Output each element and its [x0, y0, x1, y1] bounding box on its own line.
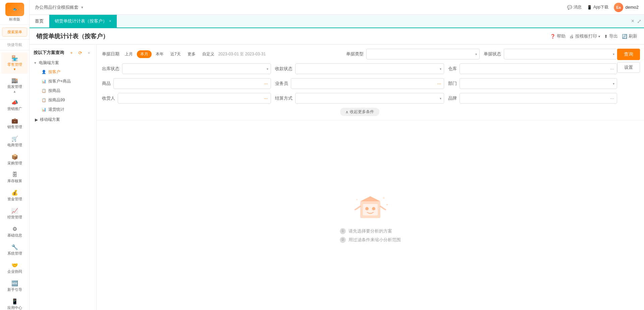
tab-active[interactable]: 销货单统计计表（按客户） × — [49, 15, 117, 28]
sidebar-item-ecommerce[interactable]: 🛒 电商管理 — [1, 133, 28, 150]
date-btn-this-month[interactable]: 本月 — [137, 50, 152, 58]
message-icon: 💬 — [567, 5, 572, 10]
logo-image: 🐟 — [5, 3, 24, 16]
print-button[interactable]: 🖨 按模板打印 ▾ — [570, 33, 600, 39]
salesman-input-wrapper[interactable]: ··· — [291, 78, 444, 89]
tab-close-button[interactable]: × — [109, 19, 111, 23]
sidebar-item-sales[interactable]: 💼 销售管理 — [1, 115, 28, 132]
guide-icon: 🆕 — [3, 280, 26, 287]
system-icon: 🔧 — [3, 244, 26, 250]
collapse-icon: ∧ — [345, 110, 348, 114]
scheme-item-product[interactable]: 📋 按商品 — [34, 86, 95, 95]
scheme-item-product-label: 按商品 — [48, 88, 60, 94]
doc-type-select[interactable] — [366, 49, 480, 59]
scheme-mobile-group: ▶ 移动端方案 — [30, 115, 96, 124]
date-btn-more[interactable]: 更多 — [185, 50, 198, 58]
user-section[interactable]: Ea demo2 — [614, 3, 639, 12]
sidebar-item-operations[interactable]: 📈 经营管理 — [1, 205, 28, 222]
pay-status-select[interactable] — [295, 63, 444, 74]
product-input-wrapper[interactable]: ··· — [113, 78, 271, 89]
export-icon: ⬆ — [604, 34, 608, 39]
receiver-label: 收货人 — [102, 95, 115, 101]
appcenter-label: 应用中心 — [3, 305, 26, 310]
scheme-add-button[interactable]: + — [68, 49, 75, 56]
scheme-item-return-label: 退货统计 — [48, 107, 64, 112]
warehouse-input-wrapper[interactable]: ··· — [460, 63, 617, 74]
refresh-button[interactable]: 🔄 刷新 — [622, 33, 637, 39]
date-filter-label: 单据日期 — [102, 51, 119, 57]
refresh-label: 刷新 — [629, 33, 637, 39]
mobile-icon: 📱 — [587, 5, 592, 10]
doc-type-select-wrapper: ▾ — [366, 49, 480, 59]
logo-text: 标准版 — [2, 17, 27, 22]
doc-status-select[interactable] — [504, 49, 617, 59]
header-dropdown-icon[interactable]: ▾ — [81, 5, 83, 10]
tab-bar: 首页 销货单统计计表（按客户） × × ⤢ — [30, 15, 644, 28]
sidebar-item-inventory[interactable]: 🗄 库存核算 — [1, 169, 28, 186]
scheme-mobile-group-header[interactable]: ▶ 移动端方案 — [30, 115, 96, 124]
help-button[interactable]: ❓ 帮助 — [550, 33, 566, 39]
filter-department: 部门 ▾ — [448, 78, 617, 89]
date-btn-last-month[interactable]: 上月 — [122, 50, 136, 58]
header-right: 💬 消息 📱 App下载 Ea demo2 — [567, 3, 639, 12]
empty-illustration — [350, 188, 390, 221]
date-range-display: 2023-03-01 至 2023-03-31 — [218, 51, 266, 57]
marketing-icon: 📣 — [3, 99, 26, 106]
scheme-item-customer-product[interactable]: 📊 按客户+商品 — [34, 77, 95, 86]
filter-brand: 品牌 ··· — [448, 93, 617, 104]
maximize-button[interactable]: ⤢ — [637, 18, 641, 24]
department-select-wrapper: ▾ — [460, 78, 617, 89]
app-logo: 🐟 标准版 — [0, 0, 29, 25]
out-status-select[interactable] — [122, 63, 271, 74]
receiver-input-wrapper[interactable]: ··· — [118, 93, 271, 104]
sidebar-item-finance[interactable]: 💰 资金管理 — [1, 187, 28, 204]
scheme-pc-group-header[interactable]: ▼ 电脑端方案 — [30, 59, 96, 67]
date-btn-7days[interactable]: 近7天 — [168, 50, 183, 58]
sidebar-item-appcenter[interactable]: 📱 应用中心 — [1, 296, 28, 310]
sidebar-item-retail[interactable]: 🏪 零售管理 ▼ — [1, 52, 28, 74]
filter-and-data: 单据日期 上月 本月 本年 近7天 更多 自定义 2023-03-01 至 20… — [97, 45, 644, 310]
message-button[interactable]: 💬 消息 — [567, 4, 582, 10]
settings-button[interactable]: 设置 — [617, 62, 640, 73]
minimize-button[interactable]: × — [631, 18, 634, 24]
tab-home[interactable]: 首页 — [30, 15, 49, 28]
main-content: 办公用品行业模拟账套 ▾ 💬 消息 📱 App下载 Ea demo2 首页 销货… — [30, 0, 644, 310]
print-dropdown-icon: ▾ — [598, 35, 600, 38]
query-button[interactable]: 查询 — [617, 49, 640, 60]
pc-group-label: 电脑端方案 — [39, 60, 59, 66]
search-menu-button[interactable]: 搜索菜单 — [2, 28, 27, 37]
receiver-ellipsis: ··· — [264, 96, 268, 101]
sidebar-item-guide[interactable]: 🆕 新手引导 — [1, 277, 28, 295]
settlement-select[interactable] — [295, 93, 444, 104]
svg-point-9 — [386, 204, 388, 205]
scheme-collapse-button[interactable]: « — [86, 49, 92, 56]
sidebar-item-purchase[interactable]: 📦 采购管理 — [1, 151, 28, 168]
export-button[interactable]: ⬆ 导出 — [604, 33, 618, 39]
sidebar-item-wholesale[interactable]: 🏬 批发管理 ▲ — [1, 74, 28, 96]
app-download-button[interactable]: 📱 App下载 — [587, 4, 608, 10]
sidebar-item-marketing[interactable]: 📣 营销推广 — [1, 97, 28, 114]
brand-input-wrapper[interactable]: ··· — [460, 93, 617, 104]
out-status-select-wrapper: ▾ — [122, 63, 271, 74]
pay-status-label: 收款状态 — [275, 66, 292, 72]
scheme-item-customer[interactable]: 👤 按客户 — [34, 67, 95, 76]
sidebar-item-system[interactable]: 🔧 系统管理 — [1, 241, 28, 259]
doc-type-label: 单据类型 — [346, 51, 364, 57]
collapse-filter-button[interactable]: ∧ 收起更多条件 — [340, 108, 379, 116]
scheme-item-customer-product-label: 按客户+商品 — [48, 79, 71, 84]
scheme-item-product99[interactable]: 📋 按商品99 — [34, 96, 95, 105]
filter-row-2: 出库状态 ▾ 收款状态 — [102, 63, 617, 74]
sidebar-item-basic[interactable]: ⚙ 基础信息 — [1, 223, 28, 241]
empty-tips: ① 请先选择要分析的方案 ② 用过滤条件来缩小分析范围 — [340, 228, 401, 243]
department-select[interactable] — [460, 78, 617, 89]
date-btn-custom[interactable]: 自定义 — [200, 50, 217, 58]
sidebar-item-enterprise[interactable]: 🤝 企业协同 — [1, 259, 28, 277]
doc-status-label: 单据状态 — [484, 51, 501, 57]
brand-ellipsis: ··· — [610, 96, 614, 101]
date-btn-this-year[interactable]: 本年 — [153, 50, 166, 58]
header-left: 办公用品行业模拟账套 ▾ — [35, 4, 83, 10]
scheme-item-return[interactable]: 📊 退货统计 — [34, 105, 95, 114]
scheme-refresh-button[interactable]: ⟳ — [77, 49, 84, 56]
avatar: Ea — [614, 3, 623, 12]
query-buttons: 查询 设置 — [617, 49, 640, 73]
